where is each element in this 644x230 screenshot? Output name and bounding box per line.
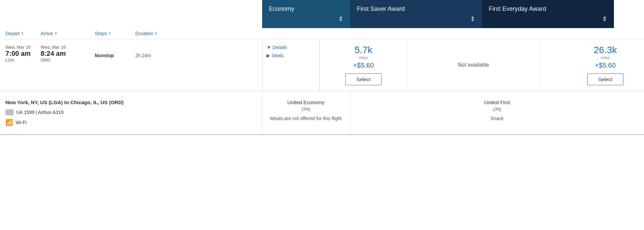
economy-sort-icon[interactable]: ⇕ <box>338 15 343 23</box>
arrive-sort-icon[interactable]: ⇕ <box>54 32 57 35</box>
first-saver-title: First Saver Award <box>357 5 475 13</box>
economy-select-button[interactable]: Select <box>345 73 382 85</box>
first-saver-sort-icon[interactable]: ⇕ <box>470 15 475 23</box>
arrive-date: Wed, Mar 16 <box>41 45 95 50</box>
arrive-airport: ORD <box>41 58 95 63</box>
first-everyday-title: First Everyday Award <box>489 5 607 13</box>
details-button[interactable]: ▼ Details <box>267 45 287 50</box>
details-panel: New York, NY, US (LGA) to Chicago, IL, U… <box>0 91 644 135</box>
details-first-meal: Snack <box>355 116 639 121</box>
details-route: New York, NY, US (LGA) to Chicago, IL, U… <box>5 99 256 105</box>
first-everyday-fee: +$5.60 <box>595 62 616 69</box>
details-economy-class-title: United Economy <box>268 99 344 105</box>
flight-row: Wed, Mar 16 7:00 am LGA Wed, Mar 16 8:24… <box>0 39 644 91</box>
first-everyday-fare-cell: 26.3k miles +$5.60 Select <box>539 39 644 91</box>
details-economy-meal: Meals are not offered for this flight <box>268 116 344 121</box>
airline-logo-icon <box>5 109 14 115</box>
seats-button[interactable]: ▶ Seats <box>267 53 284 58</box>
first-everyday-miles: 26.3k <box>594 45 617 55</box>
depart-sort-icon[interactable]: ⇕ <box>21 32 24 35</box>
economy-fee: +$5.60 <box>353 62 374 69</box>
flight-main-info: Wed, Mar 16 7:00 am LGA Wed, Mar 16 8:24… <box>0 39 262 91</box>
first-everyday-header: First Everyday Award ⇕ <box>482 0 614 28</box>
seats-chevron-icon: ▶ <box>267 53 270 58</box>
details-first-class-title: United First <box>355 99 639 105</box>
depart-time: 7:00 am <box>5 50 41 58</box>
first-saver-header: First Saver Award ⇕ <box>350 0 482 28</box>
arrive-column-header[interactable]: Arrive ⇕ <box>41 31 95 36</box>
stops-sort-icon[interactable]: ⇕ <box>108 32 111 35</box>
flight-depart: Wed, Mar 16 7:00 am LGA <box>0 45 41 63</box>
details-chevron-icon: ▼ <box>267 45 271 50</box>
details-first-class-code: (JN) <box>355 107 639 112</box>
details-wifi-label: Wi-Fi <box>16 120 27 125</box>
first-everyday-miles-label: miles <box>600 55 610 60</box>
depart-date: Wed, Mar 16 <box>5 45 41 50</box>
economy-miles: 5.7k <box>354 45 372 55</box>
flight-duration: 2h 24m <box>135 45 176 58</box>
first-everyday-select-button[interactable]: Select <box>587 73 624 85</box>
economy-title: Economy <box>269 5 343 13</box>
first-everyday-sort-icon[interactable]: ⇕ <box>602 15 607 23</box>
column-headers: Depart ⇕ Arrive ⇕ Stops ⇕ Duration ⇕ <box>0 28 644 39</box>
depart-airport: LGA <box>5 58 41 63</box>
economy-miles-label: miles <box>359 55 368 60</box>
flight-controls: ▼ Details ▶ Seats <box>262 39 320 91</box>
first-saver-fare-cell: Not available <box>408 39 539 91</box>
details-flight-number: UA 1599 | Airbus A319 <box>16 110 64 115</box>
details-first-panel: United First (JN) Snack <box>350 91 644 134</box>
stops-column-header[interactable]: Stops ⇕ <box>95 31 135 36</box>
details-economy-class-code: (XN) <box>268 107 344 112</box>
duration-sort-icon[interactable]: ⇕ <box>155 32 157 35</box>
depart-column-header[interactable]: Depart ⇕ <box>0 31 41 36</box>
flight-stops: Nonstop <box>95 45 135 58</box>
wifi-icon: 📶 <box>5 119 13 126</box>
first-saver-not-available: Not available <box>458 62 489 68</box>
details-flight-info: UA 1599 | Airbus A319 <box>5 109 256 115</box>
economy-header: Economy ⇕ <box>262 0 350 28</box>
details-left-panel: New York, NY, US (LGA) to Chicago, IL, U… <box>0 91 262 134</box>
arrive-time: 8:24 am <box>41 50 95 58</box>
details-wifi-info: 📶 Wi-Fi <box>5 119 256 126</box>
economy-fare-cell: 5.7k miles +$5.60 Select <box>320 39 408 91</box>
details-economy-panel: United Economy (XN) Meals are not offere… <box>262 91 350 134</box>
duration-column-header[interactable]: Duration ⇕ <box>135 31 186 36</box>
flight-arrive: Wed, Mar 16 8:24 am ORD <box>41 45 95 63</box>
